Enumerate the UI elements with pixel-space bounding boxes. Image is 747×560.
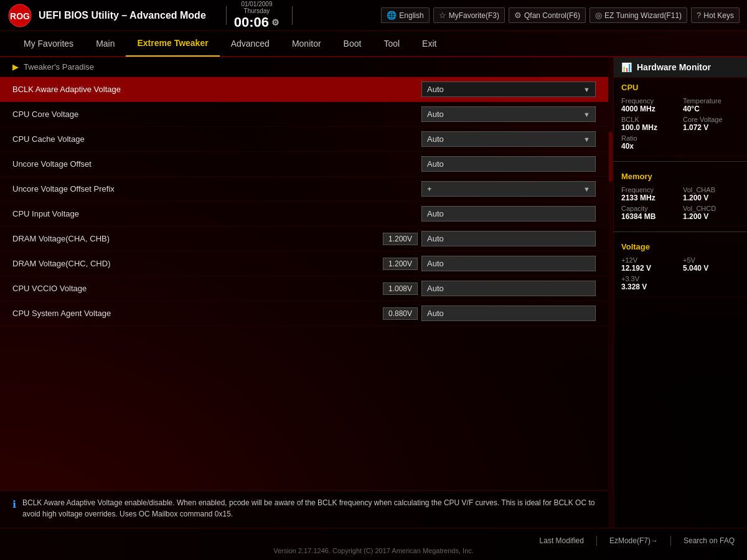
ez-mode-link[interactable]: EzMode(F7)→	[609, 536, 658, 545]
input-value-dram-chcchd: Auto	[427, 259, 444, 268]
hotkeys-label: Hot Keys	[703, 11, 734, 20]
input-value-cpu-input: Auto	[427, 209, 444, 218]
hw-monitor-header: 📊 Hardware Monitor	[614, 57, 747, 78]
bottom-bar: Last Modified EzMode(F7)→ Search on FAQ …	[0, 528, 747, 560]
description-box: ℹ BCLK Aware Adaptive Voltage enable/dis…	[0, 490, 608, 528]
setting-input-cpu-sys-agent[interactable]: Auto	[421, 306, 596, 321]
bottom-version: Version 2.17.1246. Copyright (C) 2017 Am…	[0, 547, 747, 556]
hw-divider2	[614, 231, 747, 232]
search-faq-link[interactable]: Search on FAQ	[684, 536, 735, 545]
setting-label-uncore-prefix: Uncore Voltage Offset Prefix	[12, 184, 421, 194]
setting-label-cpu-sys-agent: CPU System Agent Voltage	[12, 309, 383, 318]
scrollbar-thumb[interactable]	[609, 132, 613, 182]
badge-cpu-sys-agent: 0.880V	[383, 307, 418, 320]
setting-dropdown-bclk-adaptive[interactable]: Auto ▼	[421, 82, 596, 97]
hw-cpu-core-voltage: Core Voltage 1.072 V	[683, 116, 740, 132]
top-bar-tools: 🌐 English ☆ MyFavorite(F3) ⚙ Qfan Contro…	[381, 7, 740, 23]
hw-volt-12v: +12V 12.192 V	[621, 256, 678, 273]
settings-icon[interactable]: ⚙	[271, 17, 280, 27]
nav-monitor[interactable]: Monitor	[281, 30, 332, 57]
nav-advanced[interactable]: Advanced	[220, 30, 281, 57]
hw-cpu-grid: Frequency 4000 MHz Temperature 40°C BCLK…	[621, 97, 740, 151]
setting-dropdown-cpu-core[interactable]: Auto ▼	[421, 106, 596, 122]
setting-label-bclk-adaptive: BCLK Aware Adaptive Voltage	[12, 85, 421, 94]
nav-tool[interactable]: Tool	[372, 30, 411, 57]
dropdown-arrow-icon4: ▼	[583, 185, 590, 193]
english-tool-btn[interactable]: 🌐 English	[381, 7, 429, 23]
nav-main[interactable]: Main	[85, 30, 126, 57]
left-panel: ▶ Tweaker's Paradise BCLK Aware Adaptive…	[0, 57, 608, 528]
setting-row-cpu-sys-agent[interactable]: CPU System Agent Voltage 0.880V Auto	[0, 301, 608, 326]
divider	[226, 6, 227, 25]
input-value-dram-chachb: Auto	[427, 234, 444, 243]
setting-input-dram-chcchd[interactable]: Auto	[421, 256, 596, 271]
dropdown-arrow-icon: ▼	[583, 86, 590, 93]
hw-voltage-grid: +12V 12.192 V +5V 5.040 V +3.3V 3.328 V	[621, 256, 740, 291]
setting-row-uncore-offset[interactable]: Uncore Voltage Offset Auto	[0, 152, 608, 177]
setting-input-cpu-vccio[interactable]: Auto	[421, 281, 596, 296]
setting-row-cpu-input-voltage[interactable]: CPU Input Voltage Auto	[0, 202, 608, 226]
scrollbar-track[interactable]	[608, 57, 613, 528]
setting-label-uncore-offset: Uncore Voltage Offset	[12, 159, 421, 169]
badge-dram-chachb: 1.200V	[383, 233, 418, 245]
setting-row-bclk-adaptive[interactable]: BCLK Aware Adaptive Voltage Auto ▼	[0, 77, 608, 102]
hw-monitor-title: Hardware Monitor	[637, 62, 711, 72]
setting-label-cpu-vccio: CPU VCCIO Voltage	[12, 284, 383, 293]
nav-exit[interactable]: Exit	[411, 30, 448, 57]
bottom-links: Last Modified EzMode(F7)→ Search on FAQ	[0, 533, 747, 547]
hotkeys-tool-btn[interactable]: ? Hot Keys	[691, 7, 740, 23]
setting-input-uncore-offset[interactable]: Auto	[421, 156, 596, 172]
hw-volt-5v: +5V 5.040 V	[683, 256, 740, 273]
logo-area: ROG UEFI BIOS Utility – Advanced Mode	[7, 3, 206, 28]
dropdown-value-cpu-cache: Auto	[427, 134, 444, 144]
hw-cpu-ratio: Ratio 40x	[621, 134, 678, 151]
bottom-divider-v1	[596, 536, 597, 546]
hw-volt-33v: +3.3V 3.328 V	[621, 275, 678, 291]
bottom-divider-v2	[670, 536, 671, 546]
hw-mem-vol-chab: Vol_CHAB 1.200 V	[683, 186, 740, 202]
qfan-label: Qfan Control(F6)	[524, 11, 580, 20]
datetime-block: 01/01/2009Thursday 00:06 ⚙	[234, 1, 280, 30]
badge-dram-chcchd: 1.200V	[383, 258, 418, 270]
hw-cpu-title: CPU	[621, 83, 740, 92]
hw-mem-frequency: Frequency 2133 MHz	[621, 186, 678, 202]
last-modified-link[interactable]: Last Modified	[540, 536, 584, 545]
setting-row-cpu-cache-voltage[interactable]: CPU Cache Voltage Auto ▼	[0, 127, 608, 152]
setting-dropdown-cpu-cache[interactable]: Auto ▼	[421, 131, 596, 147]
dropdown-value-cpu-core: Auto	[427, 110, 444, 119]
setting-row-cpu-vccio[interactable]: CPU VCCIO Voltage 1.008V Auto	[0, 276, 608, 301]
myfavorite-tool-btn[interactable]: ☆ MyFavorite(F3)	[433, 7, 505, 23]
hw-cpu-temperature: Temperature 40°C	[683, 97, 740, 113]
setting-dropdown-uncore-prefix[interactable]: + ▼	[421, 181, 596, 197]
dropdown-value-uncore-prefix: +	[427, 184, 432, 194]
section-arrow-icon: ▶	[12, 62, 19, 72]
setting-row-uncore-prefix[interactable]: Uncore Voltage Offset Prefix + ▼	[0, 177, 608, 202]
setting-input-cpu-input[interactable]: Auto	[421, 206, 596, 222]
hw-mem-vol-chcd: Vol_CHCD 1.200 V	[683, 205, 740, 221]
hw-memory-title: Memory	[621, 172, 740, 181]
hw-voltage-section: Voltage +12V 12.192 V +5V 5.040 V +3.3V …	[614, 237, 747, 297]
dropdown-arrow-icon3: ▼	[583, 136, 590, 143]
setting-input-dram-chachb[interactable]: Auto	[421, 231, 596, 246]
setting-label-dram-chcchd: DRAM Voltage(CHC, CHD)	[12, 259, 383, 268]
dropdown-arrow-icon2: ▼	[583, 111, 590, 118]
qfan-tool-btn[interactable]: ⚙ Qfan Control(F6)	[509, 7, 586, 23]
setting-row-cpu-core-voltage[interactable]: CPU Core Voltage Auto ▼	[0, 102, 608, 127]
date-display: 01/01/2009Thursday	[234, 1, 280, 14]
info-icon: ℹ	[12, 498, 16, 510]
setting-row-dram-chcchd[interactable]: DRAM Voltage(CHC, CHD) 1.200V Auto	[0, 251, 608, 276]
setting-row-dram-chachb[interactable]: DRAM Voltage(CHA, CHB) 1.200V Auto	[0, 226, 608, 251]
setting-label-cpu-input: CPU Input Voltage	[12, 209, 421, 218]
input-value-uncore-offset: Auto	[427, 159, 444, 169]
hw-cpu-section: CPU Frequency 4000 MHz Temperature 40°C …	[614, 78, 747, 156]
hw-memory-section: Memory Frequency 2133 MHz Vol_CHAB 1.200…	[614, 167, 747, 226]
section-title: Tweaker's Paradise	[24, 62, 94, 72]
setting-label-cpu-core: CPU Core Voltage	[12, 110, 421, 119]
hw-voltage-title: Voltage	[621, 242, 740, 251]
nav-boot[interactable]: Boot	[332, 30, 373, 57]
hw-mem-capacity: Capacity 16384 MB	[621, 205, 678, 221]
monitor-icon: 📊	[621, 62, 632, 72]
nav-my-favorites[interactable]: My Favorites	[12, 30, 85, 57]
ez-tuning-tool-btn[interactable]: ◎ EZ Tuning Wizard(F11)	[590, 7, 687, 23]
nav-extreme-tweaker[interactable]: Extreme Tweaker	[126, 30, 219, 57]
